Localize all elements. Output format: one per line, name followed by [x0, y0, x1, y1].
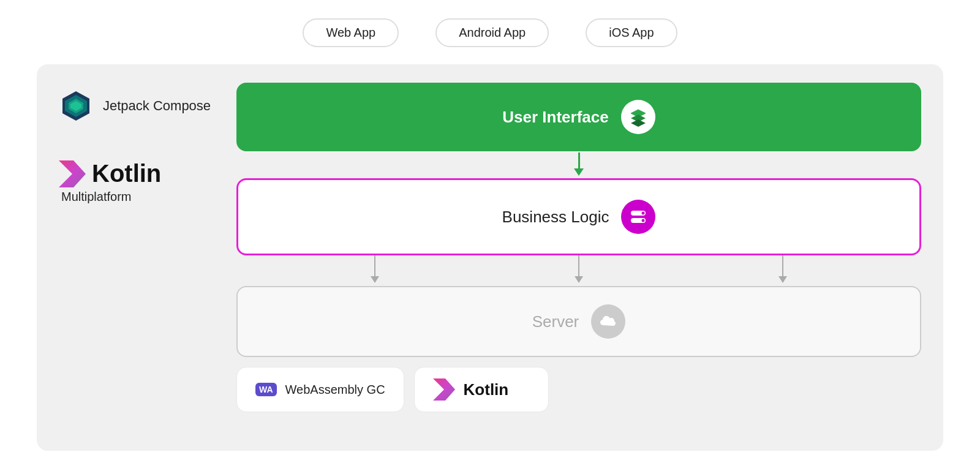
- kotlin-k-icon: [59, 160, 86, 187]
- kotlin-card-label: Kotlin: [464, 380, 509, 399]
- business-logic-label: Business Logic: [502, 208, 609, 227]
- user-interface-label: User Interface: [502, 108, 608, 127]
- web-app-pill[interactable]: Web App: [303, 18, 399, 47]
- arrow-right: [778, 255, 787, 283]
- user-interface-icon-circle: [621, 100, 655, 134]
- svg-marker-4: [59, 160, 86, 187]
- kotlin-multiplatform-label: Multiplatform: [61, 190, 131, 204]
- webassembly-card: WA WebAssembly GC: [236, 367, 404, 412]
- wa-badge: WA: [255, 383, 277, 396]
- svg-marker-12: [433, 378, 455, 401]
- webassembly-label: WebAssembly GC: [285, 383, 385, 397]
- svg-point-11: [642, 219, 645, 222]
- svg-marker-7: [631, 119, 646, 127]
- jetpack-compose-label: Jetpack Compose: [103, 97, 211, 115]
- ios-app-pill[interactable]: iOS App: [586, 18, 677, 47]
- svg-point-10: [642, 212, 645, 215]
- diagram-area: User Interface Business Logic: [236, 83, 921, 432]
- business-logic-icon-circle: [621, 200, 655, 234]
- android-app-pill[interactable]: Android App: [435, 18, 549, 47]
- business-logic-icon: [628, 207, 648, 227]
- jetpack-compose-icon: [59, 89, 93, 123]
- kotlin-multiplatform-section: Kotlin Multiplatform: [59, 160, 218, 204]
- user-interface-block: User Interface: [236, 83, 921, 151]
- bottom-cards: WA WebAssembly GC Kotlin: [236, 367, 921, 412]
- jetpack-compose-section: Jetpack Compose: [59, 89, 218, 123]
- ui-to-bl-arrow: [236, 151, 921, 178]
- top-buttons-row: Web App Android App iOS App: [303, 18, 677, 47]
- server-label: Server: [532, 312, 579, 331]
- left-sidebar: Jetpack Compose Kotlin Mu: [59, 83, 218, 432]
- arrow-left: [371, 255, 379, 283]
- kotlin-card: Kotlin: [414, 367, 549, 412]
- kotlin-card-icon: [433, 378, 455, 401]
- server-icon-circle: [591, 304, 625, 339]
- main-area: Jetpack Compose Kotlin Mu: [37, 64, 943, 451]
- business-logic-block: Business Logic: [236, 178, 921, 255]
- kotlin-logo-row: Kotlin: [59, 160, 161, 187]
- layers-icon: [628, 107, 648, 127]
- three-arrows: [236, 255, 921, 286]
- arrow-center: [575, 255, 583, 283]
- server-block: Server: [236, 286, 921, 357]
- kotlin-word-label: Kotlin: [92, 160, 161, 187]
- cloud-icon: [598, 312, 618, 331]
